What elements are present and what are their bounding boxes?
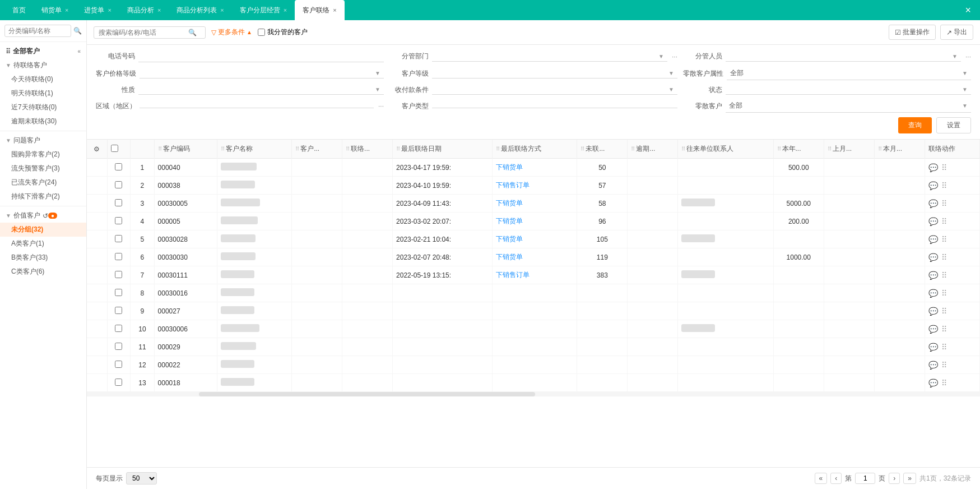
row-checkbox-11[interactable] [115, 361, 122, 368]
price-level-select[interactable]: ▼ [140, 68, 384, 79]
more-icon-9[interactable]: ⠿ [941, 325, 947, 334]
more-icon-1[interactable]: ⠿ [941, 181, 947, 190]
row-checkbox-1[interactable] [115, 181, 122, 188]
sidebar-item-today-pending[interactable]: 今天待联络(0) [0, 72, 86, 86]
filter-search-input[interactable] [99, 29, 188, 36]
sidebar-item-hoarding-anomaly[interactable]: 囤购异常客户(2) [0, 147, 86, 162]
next-page-button[interactable]: › [889, 473, 900, 484]
last-method-link-4[interactable]: 下销货单 [496, 235, 523, 243]
th-last-month[interactable]: ⠿上月... [824, 140, 875, 159]
row-checkbox-4[interactable] [115, 235, 122, 242]
more-icon-11[interactable]: ⠿ [941, 361, 947, 370]
last-method-link-1[interactable]: 下销售订单 [496, 181, 530, 189]
area-ellipsis[interactable]: ··· [378, 102, 384, 110]
sidebar-all-customers-header[interactable]: ⠿ 全部客户 « [0, 42, 86, 58]
status-select[interactable]: ▼ [726, 85, 971, 95]
row-checkbox-3[interactable] [115, 217, 122, 224]
sidebar-item-7days-pending[interactable]: 近7天待联络(0) [0, 100, 86, 114]
row-checkbox-7[interactable] [115, 289, 122, 296]
more-icon-6[interactable]: ⠿ [941, 271, 947, 280]
row-checkbox-6[interactable] [115, 271, 122, 278]
more-icon-2[interactable]: ⠿ [941, 199, 947, 208]
th-no-contact[interactable]: ⠿未联... [577, 140, 628, 159]
sidebar-item-ungrouped[interactable]: 未分组(32) [0, 223, 86, 237]
tab-home[interactable]: 首页 [4, 0, 34, 20]
prev-page-button[interactable]: ‹ [830, 473, 842, 484]
th-customer-code[interactable]: ⠿客户编码 [154, 140, 217, 159]
sidebar-problem-group[interactable]: ▼ 问题客户 [0, 133, 86, 147]
tab-customer-tier-close[interactable]: × [284, 7, 287, 13]
th-customer-cat[interactable]: ⠿客户... [292, 140, 342, 159]
customer-type-select[interactable] [432, 104, 677, 108]
row-checkbox-0[interactable] [115, 163, 122, 170]
sidebar-item-declining[interactable]: 持续下滑客户(2) [0, 190, 86, 204]
sidebar-search-icon[interactable]: 🔍 [73, 27, 82, 35]
export-button[interactable]: ↗ 导出 [940, 25, 973, 40]
chat-icon-3[interactable]: 💬 [928, 217, 938, 226]
person-select[interactable]: ▼ [726, 52, 961, 62]
my-customers-checkbox-label[interactable]: 我分管的客户 [258, 27, 308, 37]
tab-sales-close[interactable]: × [65, 7, 68, 13]
th-this-month[interactable]: ⠿本月... [875, 140, 925, 159]
search-button[interactable]: 查询 [898, 117, 932, 133]
th-overdue[interactable]: ⠿逾期... [628, 140, 678, 159]
last-method-link-6[interactable]: 下销售订单 [496, 271, 530, 279]
th-contact-person[interactable]: ⠿往来单位联系人 [678, 140, 773, 159]
chat-icon-8[interactable]: 💬 [928, 307, 938, 316]
more-icon-12[interactable]: ⠿ [941, 379, 947, 387]
retail-attr-select[interactable]: 全部 ▼ [727, 67, 971, 80]
chat-icon-6[interactable]: 💬 [928, 271, 938, 280]
row-checkbox-10[interactable] [115, 343, 122, 350]
chat-icon-5[interactable]: 💬 [928, 253, 938, 262]
chat-icon-11[interactable]: 💬 [928, 361, 938, 370]
sidebar-item-tomorrow-pending[interactable]: 明天待联络(1) [0, 86, 86, 100]
chat-icon-10[interactable]: 💬 [928, 343, 938, 352]
collapse-icon[interactable]: « [77, 48, 81, 54]
sidebar-score-group[interactable]: ▼ 价值客户 ↺ ● [0, 209, 86, 223]
reset-button[interactable]: 设置 [936, 117, 971, 133]
dept-select[interactable]: ▼ [432, 52, 667, 62]
chat-icon-7[interactable]: 💬 [928, 289, 938, 298]
tab-analysis-list[interactable]: 商品分析列表 × [169, 0, 231, 20]
sidebar-item-class-a[interactable]: A类客户(1) [0, 237, 86, 251]
row-checkbox-2[interactable] [115, 199, 122, 206]
tab-customer-tier[interactable]: 客户分层经营 × [232, 0, 295, 20]
more-icon-8[interactable]: ⠿ [941, 307, 947, 316]
tab-customer-contact-close[interactable]: × [333, 7, 336, 13]
page-input[interactable] [855, 473, 875, 484]
chat-icon-12[interactable]: 💬 [928, 379, 938, 387]
chat-icon-2[interactable]: 💬 [928, 199, 938, 208]
last-method-link-0[interactable]: 下销货单 [496, 163, 523, 171]
my-customers-checkbox[interactable] [258, 29, 265, 36]
more-icon-5[interactable]: ⠿ [941, 253, 947, 262]
more-icon-0[interactable]: ⠿ [941, 163, 947, 172]
payment-select[interactable]: ▼ [432, 85, 677, 95]
th-contact[interactable]: ⠿联络... [342, 140, 393, 159]
th-last-contact-method[interactable]: ⠿最后联络方式 [493, 140, 577, 159]
last-method-link-5[interactable]: 下销货单 [496, 253, 523, 261]
more-icon-7[interactable]: ⠿ [941, 289, 947, 298]
more-icon-10[interactable]: ⠿ [941, 343, 947, 352]
tab-customer-contact[interactable]: 客户联络 × [295, 0, 344, 20]
close-all-tabs-button[interactable]: × [960, 4, 976, 16]
property-select[interactable]: ▼ [138, 85, 384, 95]
customer-level-select[interactable]: ▼ [432, 68, 677, 79]
sidebar-item-churned[interactable]: 已流失客户(24) [0, 176, 86, 190]
per-page-select[interactable]: 20 50 100 [126, 472, 157, 485]
th-last-contact-date[interactable]: ⠿最后联络日期 [393, 140, 493, 159]
last-page-button[interactable]: » [903, 473, 916, 484]
sidebar-item-overdue-pending[interactable]: 逾期未联络(30) [0, 114, 86, 128]
tab-analysis[interactable]: 商品分析 × [119, 0, 169, 20]
tab-analysis-close[interactable]: × [157, 7, 161, 13]
row-checkbox-5[interactable] [115, 253, 122, 260]
th-customer-name[interactable]: ⠿客户名称 [217, 140, 291, 159]
tab-analysis-list-close[interactable]: × [220, 7, 224, 13]
chat-icon-0[interactable]: 💬 [928, 163, 938, 172]
batch-op-button[interactable]: ☑ 批量操作 [889, 25, 936, 40]
filter-search-icon[interactable]: 🔍 [188, 29, 197, 36]
tab-purchase-close[interactable]: × [108, 7, 111, 13]
chat-icon-4[interactable]: 💬 [928, 235, 938, 244]
last-method-link-3[interactable]: 下销货单 [496, 217, 523, 225]
tab-sales[interactable]: 销货单 × [34, 0, 76, 20]
person-ellipsis[interactable]: ··· [965, 53, 971, 61]
